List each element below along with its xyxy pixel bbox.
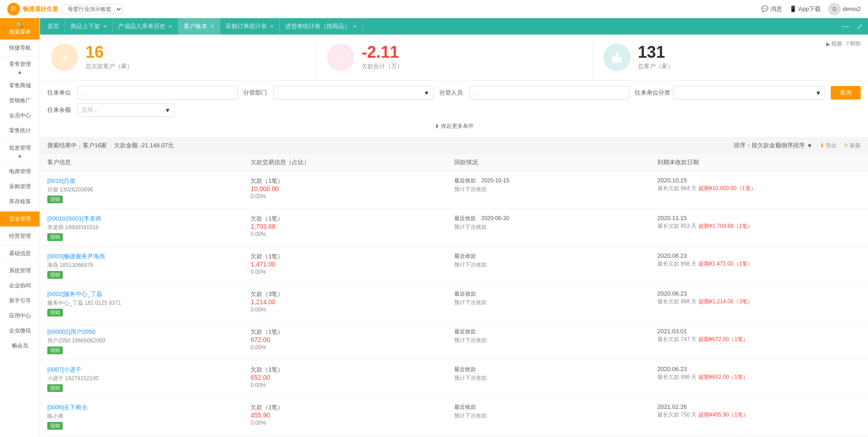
overdue-amount[interactable]: 超期¥1,471.00（1笔） (698, 261, 753, 267)
last-collection-label: 最近收款 (454, 328, 657, 336)
customer-name[interactable]: [000002]用户2050 (47, 328, 251, 336)
next-collection-label: 预计下次收款 (454, 337, 657, 344)
debt-count: 欠款（1笔） (251, 177, 454, 185)
video-btn[interactable]: ▶ 视频 (826, 40, 842, 48)
tab-label: 进货单统计表（按商品） (285, 22, 350, 30)
tab-collapse-btn[interactable]: — (838, 22, 853, 30)
overdue-info: 最长欠款 853 天 超期¥1,703.68（1笔） (657, 222, 861, 230)
filter-dept-select[interactable]: ▼ (273, 86, 434, 100)
collapse-button[interactable]: ⬆ 收起更多条件 (47, 121, 861, 132)
next-collection-label: 预计下次收款 (454, 186, 657, 193)
results-summary: 搜索结果中，客户16家 (47, 141, 107, 150)
overdue-amount[interactable]: 超期¥652.00（1笔） (698, 374, 748, 380)
refresh-btn[interactable]: ↻ 刷新 (844, 142, 861, 150)
svg-text:◇: ◇ (337, 52, 344, 61)
filter-row-1: 往来单位 ... 分管部门 ▼ 分管人员 (47, 86, 861, 100)
filter-balance-select[interactable]: 选择... ▼ (77, 103, 175, 117)
sidebar-item-member-vip[interactable]: 畅会员 (0, 338, 40, 353)
debt-count: 欠款（1笔） (251, 328, 454, 336)
sidebar-item-enterprise-collab[interactable]: 企业协同 (0, 278, 40, 293)
help-btn[interactable]: ? 帮助 (846, 40, 861, 48)
app-download-btn[interactable]: 📱 App下载 (789, 5, 821, 13)
expand-icon: ▲ (18, 153, 22, 158)
sidebar-item-system-mgmt[interactable]: 系统管理 (0, 263, 40, 278)
filter-person-input[interactable]: ... (469, 86, 630, 100)
industry-select[interactable]: 母婴行业演示账套 (62, 4, 123, 14)
debt-amount[interactable]: 1,703.68 (251, 223, 454, 230)
customer-name[interactable]: [0003]畅捷服务尹海燕 (47, 252, 251, 261)
customer-contact: 海燕 18513066976 (47, 261, 251, 269)
sidebar-item-capital-mgmt[interactable]: 资金管理 (0, 211, 40, 226)
user-menu[interactable]: D demo2 (828, 3, 861, 15)
customer-name[interactable]: [0006]去下粮仓 (47, 403, 251, 412)
sidebar-item-operations-mgmt[interactable]: 经营管理 (0, 229, 40, 244)
tab-inventory-stats[interactable]: 进货单统计表（按商品）✕ (280, 18, 363, 35)
customer-name[interactable]: [0007]小进干 (47, 366, 251, 374)
sidebar-item-member-center[interactable]: 会员中心 (0, 108, 40, 123)
sidebar-item-marketing[interactable]: 营销推广 (0, 93, 40, 108)
debt-amount[interactable]: 652.00 (251, 374, 454, 381)
customer-name[interactable]: [0016]吕俊 (47, 177, 251, 185)
tab-close-icon[interactable]: ✕ (210, 24, 214, 30)
stat-number-debt-customers: 16 (85, 44, 133, 60)
svg-rect-7 (619, 57, 622, 63)
stat-number-debt-amount: -2.11 (361, 44, 403, 60)
sidebar-quick-nav[interactable]: 快捷导航 (0, 40, 40, 57)
sidebar-item-retail-mall[interactable]: 零售商城 (0, 78, 40, 93)
sidebar-search[interactable]: 🔍 搜索菜单 (0, 18, 40, 40)
export-btn[interactable]: ⬇ 导出 (820, 142, 837, 150)
tab-label: 产成品入库单历史 (118, 22, 166, 30)
customer-contact: 李老师 18600391516 (47, 224, 251, 231)
tab-product-off[interactable]: 商品上下架✕ (65, 18, 113, 35)
debt-amount[interactable]: 455.90 (251, 412, 454, 419)
tab-close-icon[interactable]: ✕ (168, 24, 172, 30)
sidebar-item-purchase-mgmt[interactable]: 采购管理 (0, 179, 40, 194)
avatar: D (828, 3, 841, 15)
sidebar-label: 经营管理 (9, 232, 31, 240)
message-icon: 💬 (761, 5, 768, 12)
sidebar-item-ecommerce-mgmt[interactable]: 电商管理 (0, 164, 40, 179)
sidebar-item-basic-info[interactable]: 基础信息 (0, 246, 40, 261)
overdue-amount[interactable]: 超期¥1,214.00（3笔） (698, 298, 753, 305)
filter-unit-category-label: 往来单位分类 (635, 89, 670, 97)
sidebar-item-app-center[interactable]: 应用中心 (0, 308, 40, 323)
filter-unit-category-select[interactable]: ▼ (673, 86, 825, 100)
search-icon: 🔍 (16, 22, 23, 28)
sidebar-item-new-guide[interactable]: 新手引导 (0, 293, 40, 308)
debt-ratio: 0.00% (251, 231, 454, 237)
debt-amount[interactable]: 1,214.00 (251, 298, 454, 306)
overdue-amount[interactable]: 超期¥672.00（1笔） (698, 336, 748, 342)
tab-product-history[interactable]: 产成品入库单历史✕ (113, 18, 178, 35)
debt-amount[interactable]: 1,471.00 (251, 261, 454, 268)
overdue-amount[interactable]: 超期¥1,703.68（1笔） (698, 223, 753, 229)
debt-amount[interactable]: 672.00 (251, 336, 454, 343)
filter-source-unit-input[interactable]: ... (77, 86, 238, 100)
next-collection-label: 预计下次收款 (454, 412, 657, 420)
tab-home[interactable]: 首页 (42, 18, 65, 35)
tab-close-icon[interactable]: ✕ (270, 24, 274, 30)
sidebar-item-retail-stats[interactable]: 零售统计 (0, 123, 40, 138)
overdue-amount[interactable]: 超期¥455.90（1笔） (698, 412, 748, 418)
tab-customer-account[interactable]: 客户账本✕ (178, 18, 220, 35)
customer-name[interactable]: [0001020001]李老师 (47, 215, 251, 223)
collection-cell: 最近收款 预计下次收款 (454, 403, 657, 420)
sidebar-label: 零售统计 (9, 127, 31, 135)
query-button[interactable]: 查询 (831, 86, 861, 100)
tab-close-icon[interactable]: ✕ (353, 24, 357, 30)
stat-icon-total-customers (603, 44, 631, 71)
sidebar-item-retail-mgmt[interactable]: 零售管理▲ (0, 57, 40, 78)
sort-select[interactable]: 排序：按欠款金额倒序排序 ▼ (734, 141, 813, 150)
tab-expand-btn[interactable]: ⤢ (853, 22, 866, 31)
tab-close-icon[interactable]: ✕ (103, 24, 107, 30)
sidebar-label: 企业微信 (9, 327, 31, 335)
stat-icon-debt-amount: ◇ (327, 44, 354, 71)
sidebar-item-inventory-check[interactable]: 库存核算 (0, 194, 40, 209)
overdue-amount[interactable]: 超期¥10,000.00（1笔） (698, 185, 756, 191)
debt-amount[interactable]: 10,000.00 (251, 185, 454, 192)
customer-name[interactable]: [0002]服务中心_丁磊 (47, 290, 251, 298)
sidebar-label: 批发管理 (9, 144, 31, 152)
sidebar-item-enterprise-wechat[interactable]: 企业微信 (0, 323, 40, 338)
message-btn[interactable]: 💬 消息 (761, 5, 782, 13)
tab-purchase-order[interactable]: 采购订单统计表✕ (220, 18, 280, 35)
sidebar-item-batch-mgmt[interactable]: 批发管理▲ (0, 141, 40, 162)
